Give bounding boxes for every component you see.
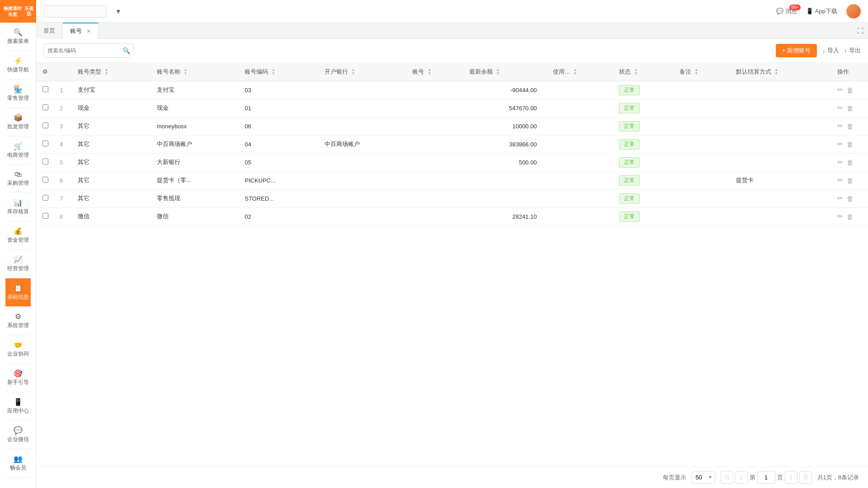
row-checkbox[interactable] bbox=[42, 177, 48, 183]
search-button[interactable]: 🔍 bbox=[119, 47, 134, 54]
delete-icon[interactable]: 🗑 bbox=[847, 159, 854, 166]
row-checkbox[interactable] bbox=[42, 159, 48, 164]
th-default-payment[interactable]: 默认结算方式 ▲▼ bbox=[731, 63, 832, 81]
td-num: 8 bbox=[54, 207, 72, 225]
row-checkbox[interactable] bbox=[42, 213, 48, 219]
message-badge: 99+ bbox=[789, 5, 801, 10]
sidebar-item-members[interactable]: 👥畅会员 bbox=[5, 449, 31, 478]
sidebar-item-finance[interactable]: 💰资金管理 bbox=[5, 221, 31, 250]
td-checkbox[interactable] bbox=[36, 171, 54, 189]
td-type: 其它 bbox=[72, 189, 151, 207]
sidebar-label-wholesale: 批发管理 bbox=[7, 123, 29, 130]
tab-close-icon[interactable]: ✕ bbox=[86, 28, 91, 34]
sidebar-label-search-menu: 搜索菜单 bbox=[7, 38, 29, 44]
import-button[interactable]: ↓ 导入 bbox=[822, 47, 839, 55]
page-input[interactable] bbox=[757, 471, 775, 484]
add-account-button[interactable]: + 新增账号 bbox=[776, 44, 817, 57]
sidebar-item-enterprise-wechat[interactable]: 💬企业微信 bbox=[5, 421, 31, 449]
sidebar-item-purchase[interactable]: 🛍采购管理 bbox=[5, 165, 31, 193]
edit-icon[interactable]: ✏ bbox=[837, 212, 843, 221]
row-checkbox[interactable] bbox=[42, 86, 48, 92]
sidebar-item-system[interactable]: ⚙系统管理 bbox=[5, 307, 31, 335]
per-page-select[interactable]: 50 20 100 bbox=[692, 471, 715, 484]
td-balance bbox=[464, 189, 548, 207]
edit-icon[interactable]: ✏ bbox=[837, 194, 843, 202]
last-page-button[interactable]: ⟩⟩ bbox=[799, 471, 812, 484]
status-badge: 正常 bbox=[619, 121, 640, 131]
edit-icon[interactable]: ✏ bbox=[837, 104, 843, 112]
sidebar-item-new-guide[interactable]: 🎯新手引导 bbox=[5, 364, 31, 392]
th-bank[interactable]: 开户银行 ▲▼ bbox=[319, 63, 407, 81]
td-usage bbox=[547, 81, 613, 99]
prev-page-button[interactable]: ⟨ bbox=[735, 471, 748, 484]
th-name[interactable]: 账号名称 ▲▼ bbox=[151, 63, 240, 81]
avatar[interactable] bbox=[846, 4, 861, 19]
th-account[interactable]: 账号 ▲▼ bbox=[407, 63, 463, 81]
main-area: ▼ 💬 消息 99+ 📱 App下载 首页 账号 ✕ ⛶ bbox=[36, 0, 868, 488]
td-num: 1 bbox=[54, 81, 72, 99]
td-type: 现金 bbox=[72, 99, 151, 117]
sidebar-item-operations[interactable]: 📈经营管理 bbox=[5, 250, 31, 278]
sidebar-item-enterprise-agreement[interactable]: 🤝企业协同 bbox=[5, 335, 31, 364]
edit-icon[interactable]: ✏ bbox=[837, 86, 843, 94]
td-remark bbox=[674, 99, 731, 117]
sidebar-item-retail[interactable]: 🏪零售管理 bbox=[5, 80, 31, 108]
edit-icon[interactable]: ✏ bbox=[837, 158, 843, 166]
tab-accounts[interactable]: 账号 ✕ bbox=[63, 23, 99, 39]
sidebar-item-app-center[interactable]: 📱应用中心 bbox=[5, 392, 31, 421]
row-checkbox[interactable] bbox=[42, 122, 48, 128]
tab-home[interactable]: 首页 bbox=[36, 23, 63, 39]
th-status[interactable]: 状态 ▲▼ bbox=[613, 63, 674, 81]
td-actions: ✏ 🗑 bbox=[832, 207, 868, 225]
th-gear[interactable]: ⚙ bbox=[36, 63, 54, 81]
row-checkbox[interactable] bbox=[42, 141, 48, 146]
delete-icon[interactable]: 🗑 bbox=[847, 122, 854, 130]
sidebar-item-inventory[interactable]: 📊库存核算 bbox=[5, 193, 31, 221]
td-num: 4 bbox=[54, 135, 72, 153]
dropdown-button[interactable]: ▼ bbox=[112, 5, 125, 18]
next-page-button[interactable]: ⟩ bbox=[785, 471, 797, 484]
td-checkbox[interactable] bbox=[36, 153, 54, 171]
edit-icon[interactable]: ✏ bbox=[837, 122, 843, 130]
td-checkbox[interactable] bbox=[36, 207, 54, 225]
td-code: 01 bbox=[239, 99, 319, 117]
row-checkbox[interactable] bbox=[42, 195, 48, 201]
app-download-button[interactable]: 📱 App下载 bbox=[806, 7, 837, 15]
edit-icon[interactable]: ✏ bbox=[837, 140, 843, 148]
td-account bbox=[407, 189, 463, 207]
search-input[interactable] bbox=[44, 47, 119, 54]
td-checkbox[interactable] bbox=[36, 99, 54, 117]
sidebar-item-quick-nav[interactable]: ⚡快捷导航 bbox=[5, 51, 31, 80]
sidebar-item-basic-info[interactable]: 📋基础信息 bbox=[5, 278, 31, 307]
edit-icon[interactable]: ✏ bbox=[837, 176, 843, 184]
td-default-payment bbox=[731, 189, 832, 207]
first-page-button[interactable]: ⟨⟨ bbox=[721, 471, 733, 484]
delete-icon[interactable]: 🗑 bbox=[847, 195, 854, 202]
td-checkbox[interactable] bbox=[36, 135, 54, 153]
message-icon: 💬 bbox=[776, 8, 783, 14]
td-account bbox=[407, 171, 463, 189]
th-remark[interactable]: 备注 ▲▼ bbox=[674, 63, 731, 81]
td-checkbox[interactable] bbox=[36, 189, 54, 207]
th-type[interactable]: 账号类型 ▲▼ bbox=[72, 63, 151, 81]
messages-button[interactable]: 💬 消息 99+ bbox=[776, 7, 797, 15]
export-button[interactable]: ↑ 导出 bbox=[844, 47, 861, 55]
td-actions: ✏ 🗑 bbox=[832, 135, 868, 153]
td-checkbox[interactable] bbox=[36, 117, 54, 135]
th-usage[interactable]: 使用... ▲▼ bbox=[547, 63, 613, 81]
sidebar-item-wholesale[interactable]: 📦批发管理 bbox=[5, 108, 31, 136]
delete-icon[interactable]: 🗑 bbox=[847, 177, 854, 184]
delete-icon[interactable]: 🗑 bbox=[847, 86, 854, 94]
th-code[interactable]: 账号编码 ▲▼ bbox=[239, 63, 319, 81]
row-checkbox[interactable] bbox=[42, 104, 48, 110]
sidebar-item-ecommerce[interactable]: 🛒电商管理 bbox=[5, 136, 31, 165]
th-balance[interactable]: 最新余额 ▲▼ bbox=[464, 63, 548, 81]
tab-expand-button[interactable]: ⛶ bbox=[853, 27, 868, 34]
status-badge: 正常 bbox=[619, 175, 640, 186]
delete-icon[interactable]: 🗑 bbox=[847, 104, 854, 112]
delete-icon[interactable]: 🗑 bbox=[847, 213, 854, 221]
delete-icon[interactable]: 🗑 bbox=[847, 141, 854, 148]
td-checkbox[interactable] bbox=[36, 81, 54, 99]
sidebar-item-search-menu[interactable]: 🔍搜索菜单 bbox=[5, 23, 31, 51]
top-search-input[interactable] bbox=[43, 5, 107, 18]
